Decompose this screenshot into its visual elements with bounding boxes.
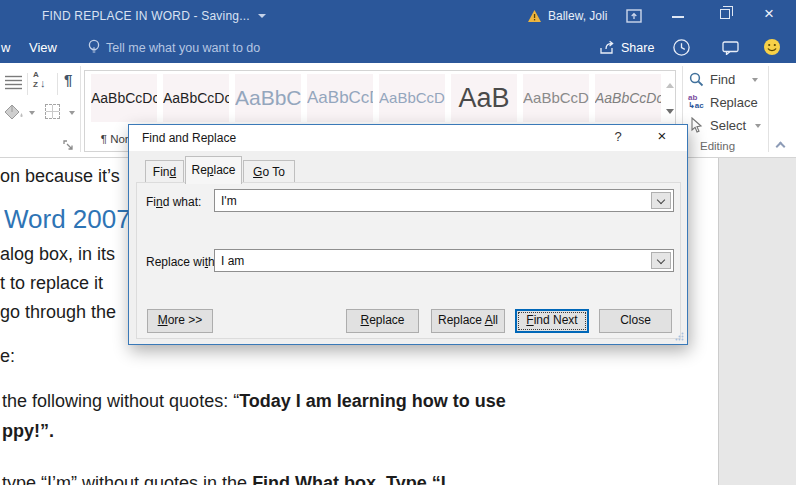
find-next-button[interactable]: Find Next	[515, 309, 589, 333]
doc-text-line: ppy!”.	[2, 421, 54, 442]
gallery-down-icon[interactable]	[663, 98, 676, 124]
tab-go-to[interactable]: Go To	[243, 160, 295, 183]
search-icon	[689, 72, 704, 87]
minimize-icon[interactable]	[672, 16, 684, 18]
find-what-input[interactable]: I'm	[214, 189, 674, 212]
autosave-caret-icon[interactable]	[258, 14, 266, 18]
style-sample: AaBbCcDc	[595, 74, 661, 122]
pilcrow-icon[interactable]: ¶	[64, 71, 72, 88]
document-title: FIND REPLACE IN WORD - Saving...	[42, 9, 266, 23]
dialog-title-bar[interactable]: Find and Replace ? ×	[129, 125, 687, 151]
style-sample: AaBbCc	[235, 74, 301, 122]
share-button[interactable]: Share	[621, 41, 654, 55]
replace-icon: ab↳ac	[688, 94, 704, 110]
replace-with-dropdown-button[interactable]	[651, 252, 671, 269]
close-button[interactable]: Close	[599, 309, 672, 333]
gallery-up-icon[interactable]	[663, 72, 676, 98]
sort-icon[interactable]: AZ ↓	[33, 71, 46, 89]
ribbon-tab-row: w View Tell me what you want to do Share	[0, 32, 796, 63]
ribbon-display-options-icon[interactable]	[626, 9, 642, 23]
warning-icon[interactable]	[527, 9, 542, 23]
find-what-dropdown-button[interactable]	[651, 192, 671, 209]
style-sample: AaBbCcD	[379, 74, 445, 122]
doc-text-line: e:	[0, 346, 15, 367]
help-button[interactable]: ?	[607, 129, 629, 147]
doc-text-line: go through the	[0, 302, 116, 323]
page-gutter	[718, 158, 796, 485]
resize-grip[interactable]	[675, 332, 684, 341]
group-divider	[768, 66, 769, 152]
doc-text-line-clipped: type “I’m” without quotes in the Find Wh…	[2, 473, 446, 485]
chevron-down-icon	[657, 196, 665, 204]
doc-heading-line: Word 2007,	[4, 204, 138, 235]
borders-icon[interactable]	[45, 104, 60, 119]
tab-review-partial[interactable]: w	[1, 40, 10, 55]
more-button[interactable]: More >>	[147, 309, 213, 333]
chevron-down-icon	[657, 256, 665, 264]
collapse-ribbon-icon[interactable]	[776, 142, 786, 152]
style-sample: AaBbCcD	[307, 74, 373, 122]
doc-text-line: the following without quotes: “Today I a…	[2, 391, 506, 412]
replace-all-button[interactable]: Replace All	[431, 309, 505, 333]
find-caret-icon[interactable]	[752, 78, 758, 82]
dialog-launcher-icon[interactable]	[63, 140, 74, 151]
find-what-value: I'm	[221, 194, 237, 208]
replace-button[interactable]: Replace	[346, 309, 419, 333]
tell-me-box[interactable]: Tell me what you want to do	[106, 41, 260, 55]
editing-group-label: Editing	[700, 140, 735, 152]
tab-find[interactable]: Find	[145, 160, 184, 183]
select-caret-icon[interactable]	[755, 124, 761, 128]
restore-icon[interactable]	[720, 9, 730, 19]
title-bar: FIND REPLACE IN WORD - Saving... Ballew,…	[0, 0, 796, 32]
select-button[interactable]: Select	[710, 118, 746, 133]
replace-button[interactable]: Replace	[710, 95, 758, 110]
doc-text-line: t to replace it	[0, 273, 103, 294]
style-sample: AaBbCcD	[523, 74, 589, 122]
comments-icon[interactable]	[722, 41, 739, 55]
doc-text-line: on because it’s	[0, 166, 120, 187]
line-spacing-icon[interactable]	[4, 75, 23, 90]
tab-replace[interactable]: Replace	[185, 156, 242, 184]
divider	[27, 73, 28, 95]
group-divider	[80, 66, 81, 152]
style-sample: AaB	[451, 74, 517, 122]
shading-caret-icon[interactable]	[29, 111, 35, 115]
history-icon[interactable]	[672, 38, 691, 57]
divider	[57, 73, 58, 95]
word-window: FIND REPLACE IN WORD - Saving... Ballew,…	[0, 0, 796, 485]
style-sample: AaBbCcDc	[163, 74, 229, 122]
lightbulb-icon	[87, 39, 101, 56]
find-replace-dialog: Find and Replace ? × Find Replace Go To …	[128, 124, 688, 345]
select-cursor-icon	[690, 117, 703, 133]
borders-caret-icon[interactable]	[69, 111, 75, 115]
replace-with-input[interactable]: I am	[214, 249, 674, 272]
find-what-label: Find what:	[146, 195, 201, 209]
signed-in-user[interactable]: Ballew, Joli	[548, 9, 607, 23]
doc-text-line: alog box, in its	[0, 244, 115, 265]
share-icon[interactable]	[599, 40, 616, 55]
style-sample: AaBbCcDc	[91, 74, 157, 122]
find-button[interactable]: Find	[710, 72, 735, 87]
close-icon[interactable]: ×	[764, 4, 774, 24]
shading-icon[interactable]	[3, 103, 24, 121]
dialog-close-icon[interactable]: ×	[647, 127, 677, 148]
tab-view[interactable]: View	[29, 40, 57, 55]
smiley-icon[interactable]	[763, 38, 781, 56]
dialog-title: Find and Replace	[142, 131, 236, 145]
replace-with-value: I am	[221, 254, 244, 268]
replace-with-label: Replace with:	[146, 255, 218, 269]
